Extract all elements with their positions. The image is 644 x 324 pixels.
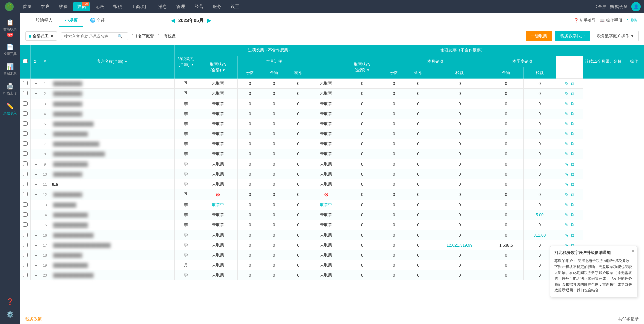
copy-icon[interactable]: ⧉: [571, 131, 574, 137]
nav-item-收费[interactable]: 收费: [55, 2, 72, 11]
nav-item-经营[interactable]: 经营: [191, 2, 207, 11]
edit-icon[interactable]: ✎: [565, 212, 569, 218]
edit-icon[interactable]: ✎: [565, 91, 569, 96]
edit-icon[interactable]: ✎: [565, 151, 569, 157]
taxdisk-checkbox[interactable]: [158, 34, 162, 38]
copy-icon[interactable]: ⧉: [571, 141, 574, 147]
row-checkbox[interactable]: [23, 131, 28, 136]
edit-icon[interactable]: ✎: [565, 101, 569, 107]
row-checkbox[interactable]: [23, 253, 28, 257]
row-checkbox[interactable]: [23, 141, 28, 146]
sidebar-bottom-item[interactable]: ⚙️: [5, 308, 15, 321]
row-checkbox[interactable]: [23, 243, 28, 247]
nav-item-管理[interactable]: 管理: [172, 2, 189, 11]
row-checkbox[interactable]: [23, 263, 28, 267]
row-checkbox[interactable]: [23, 222, 28, 227]
row-checkbox[interactable]: [23, 202, 28, 207]
row-checkbox[interactable]: [23, 91, 28, 95]
sub-tab-全能[interactable]: 🌐全能: [85, 15, 111, 27]
copy-icon[interactable]: ⧉: [571, 171, 574, 177]
sub-tab-一般纳税人[interactable]: 一般纳税人: [25, 15, 58, 27]
copy-icon[interactable]: ⧉: [571, 212, 574, 218]
row-checkbox[interactable]: [23, 161, 28, 166]
search-input[interactable]: [64, 34, 118, 39]
row-checkbox[interactable]: [23, 111, 28, 116]
sidebar-item-发票开具[interactable]: 📄 发票开具: [0, 41, 20, 59]
search-icon[interactable]: 🔍: [118, 34, 123, 39]
row-checkbox[interactable]: [23, 182, 28, 186]
select-all-checkbox[interactable]: [23, 59, 28, 63]
employee-filter[interactable]: 全部员工 ▼: [25, 31, 57, 41]
notification-close-btn[interactable]: ✕: [631, 248, 634, 254]
edit-icon[interactable]: ✎: [565, 222, 569, 228]
nav-item-设置[interactable]: 设置: [227, 2, 244, 11]
edit-icon[interactable]: ✎: [565, 172, 569, 177]
row-checkbox[interactable]: [23, 192, 28, 196]
sub-tab-小规模[interactable]: 小规模: [59, 15, 83, 27]
accountbook-checkbox[interactable]: [132, 34, 137, 38]
nav-item-服务[interactable]: 服务: [209, 2, 225, 11]
sidebar-item-智能取票[interactable]: 📋 智能取票 new: [0, 16, 20, 39]
row-checkbox[interactable]: [23, 121, 28, 126]
row-checkbox[interactable]: [23, 212, 28, 217]
user-avatar[interactable]: 👤: [631, 2, 641, 11]
edit-icon[interactable]: ✎: [565, 161, 569, 167]
prev-date-btn[interactable]: ◀: [171, 17, 175, 24]
nav-item-报税[interactable]: 报税: [109, 2, 126, 11]
copy-icon[interactable]: ⧉: [571, 121, 574, 127]
copy-icon[interactable]: ⧉: [571, 192, 574, 197]
vip-btn[interactable]: 购 购会员: [610, 4, 627, 10]
nav-item-消息[interactable]: 消息: [154, 2, 171, 11]
manual-btn[interactable]: 📖 操作手册: [600, 18, 622, 23]
copy-icon[interactable]: ⧉: [571, 81, 574, 86]
sidebar-item-票据汇总[interactable]: 📊 票据汇总: [0, 60, 20, 79]
copy-icon[interactable]: ⧉: [571, 101, 574, 107]
sales-return-amount[interactable]: 12,621,319.99: [447, 243, 473, 248]
sidebar-bottom-item[interactable]: ❓: [5, 295, 15, 308]
taxdisk-filter[interactable]: 有税盘: [158, 33, 176, 39]
cumulative-cell: 0: [524, 119, 556, 129]
accountbook-filter[interactable]: 名下账套: [132, 33, 154, 39]
copy-icon[interactable]: ⧉: [571, 161, 574, 167]
copy-icon[interactable]: ⧉: [571, 91, 574, 96]
nav-item-票据[interactable]: 票据new: [73, 2, 90, 11]
nav-item-客户[interactable]: 客户: [37, 2, 54, 11]
tax-digital-account-ops-btn[interactable]: 税务数字账户操作 ▼: [593, 31, 639, 41]
row-checkbox[interactable]: [23, 273, 28, 277]
edit-icon[interactable]: ✎: [565, 202, 569, 208]
refresh-btn[interactable]: ↻ 刷新: [626, 18, 639, 23]
one-click-fetch-btn[interactable]: 一键取票: [526, 31, 552, 41]
next-date-btn[interactable]: ▶: [207, 17, 211, 24]
row-index: 5: [40, 119, 50, 129]
cumulative-value[interactable]: 5.00: [536, 213, 543, 217]
edit-icon[interactable]: ✎: [565, 121, 569, 127]
edit-icon[interactable]: ✎: [565, 192, 569, 197]
copy-icon[interactable]: ⧉: [571, 181, 574, 187]
sidebar-item-票据录入[interactable]: ✏️ 票据录入: [0, 100, 20, 118]
edit-icon[interactable]: ✎: [565, 81, 569, 86]
edit-icon[interactable]: ✎: [565, 111, 569, 117]
fullscreen-btn[interactable]: ⛶ 全屏: [593, 4, 606, 10]
copy-icon[interactable]: ⧉: [571, 202, 574, 208]
copy-icon[interactable]: ⧉: [571, 232, 574, 238]
row-checkbox[interactable]: [23, 172, 28, 176]
row-checkbox[interactable]: [23, 101, 28, 106]
copy-icon[interactable]: ⧉: [571, 151, 574, 157]
copy-icon[interactable]: ⧉: [571, 222, 574, 228]
edit-icon[interactable]: ✎: [565, 233, 569, 238]
row-checkbox[interactable]: [23, 151, 28, 156]
tax-policy-link[interactable]: 税务政策: [25, 316, 42, 322]
tax-digital-account-btn[interactable]: 税务数字账户: [555, 31, 590, 41]
edit-icon[interactable]: ✎: [565, 141, 569, 147]
cumulative-value[interactable]: 311.00: [534, 233, 546, 238]
edit-icon[interactable]: ✎: [565, 182, 569, 187]
new-guide-btn[interactable]: ❓ 新手引导: [574, 18, 596, 23]
nav-item-工商项目[interactable]: 工商项目: [127, 2, 153, 11]
nav-item-记账[interactable]: 记账: [91, 2, 108, 11]
edit-icon[interactable]: ✎: [565, 131, 569, 137]
sidebar-item-扫描上传[interactable]: 🖨️ 扫描上传: [0, 80, 20, 99]
row-checkbox[interactable]: [23, 81, 28, 85]
copy-icon[interactable]: ⧉: [571, 111, 574, 117]
row-checkbox[interactable]: [23, 233, 28, 237]
nav-item-首页[interactable]: 首页: [19, 2, 36, 11]
